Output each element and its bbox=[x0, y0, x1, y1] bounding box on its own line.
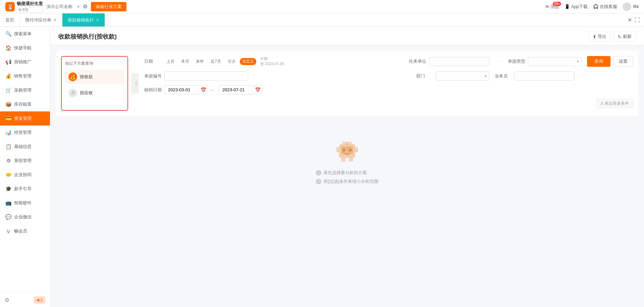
topbar-logo: 🐰 畅捷通好生意 标准版 bbox=[5, 1, 43, 13]
sidebar-item-search-menu[interactable]: 🔍 搜索菜单 bbox=[0, 27, 50, 41]
partner-input[interactable] bbox=[429, 57, 489, 66]
svg-rect-8 bbox=[349, 158, 353, 161]
svg-point-2 bbox=[342, 149, 345, 152]
sidebar-label-system: 系统管理 bbox=[14, 158, 32, 164]
tab-prepay-label: 预付冲应付单 bbox=[25, 17, 51, 23]
collapse-more-row: ⋀ 收起更多条件 bbox=[144, 99, 633, 111]
export-label: 导出 bbox=[598, 34, 606, 40]
calendar-start-icon[interactable]: 📅 bbox=[201, 87, 206, 93]
inventory-icon: 📦 bbox=[5, 101, 11, 107]
svg-rect-6 bbox=[355, 147, 358, 152]
date-no-limit: 不限 bbox=[260, 56, 284, 61]
filter-option-by-receivable[interactable]: ⏱ 按应收 bbox=[65, 86, 124, 100]
verify-date-start-wrapper: 📅 bbox=[164, 85, 206, 94]
calendar-end-icon[interactable]: 📅 bbox=[255, 87, 261, 93]
filter-option-by-receipt[interactable]: 💰 按收款 bbox=[65, 70, 124, 84]
user-profile[interactable]: Rit bbox=[623, 2, 639, 11]
service-label: 在线客服 bbox=[600, 4, 617, 10]
sidebar-item-wechat[interactable]: 💬 企业微信 bbox=[0, 210, 50, 224]
empty-state: 1 请先选择要分析的方案 2 用[过滤]条件来缩小分析范围 bbox=[56, 116, 639, 206]
sidebar-item-member[interactable]: V 畅会员 bbox=[0, 224, 50, 238]
shortcut-last-month[interactable]: 上月 bbox=[164, 58, 177, 65]
avatar bbox=[623, 2, 631, 11]
doc-no-label: 单据编号 bbox=[144, 73, 162, 79]
staff-more-icon[interactable]: ··· bbox=[577, 73, 588, 79]
svg-rect-4 bbox=[344, 154, 350, 155]
sidebar-label-operation: 经营管理 bbox=[14, 130, 32, 136]
settings-button[interactable]: 设置 bbox=[613, 56, 633, 67]
date-to-hint: 至 2023-07-26 bbox=[260, 61, 284, 66]
doc-type-select[interactable] bbox=[528, 57, 582, 66]
fund-icon: 💳 bbox=[5, 115, 11, 121]
staff-input[interactable] bbox=[514, 71, 575, 81]
doc-no-input[interactable] bbox=[164, 71, 248, 81]
export-icon: ⬆ bbox=[593, 34, 596, 39]
app-download-button[interactable]: 📱 App下载 bbox=[565, 4, 588, 10]
sidebar-item-enterprise[interactable]: 🤝 企业协同 bbox=[0, 168, 50, 182]
collapse-more-button[interactable]: ⋀ 收起更多条件 bbox=[596, 99, 633, 108]
sidebar-item-marketing[interactable]: 📢 营销推广 bbox=[0, 55, 50, 69]
online-service-button[interactable]: 🎧 在线客服 bbox=[593, 4, 617, 10]
sidebar-label-guide: 新手引导 bbox=[14, 186, 32, 192]
enterprise-icon: 🤝 bbox=[5, 172, 11, 178]
doc-type-field: 单据类型 bbox=[508, 57, 582, 66]
message-button[interactable]: ✉ 消息 99+ bbox=[545, 4, 559, 10]
receivable-option-icon: ⏱ bbox=[68, 89, 77, 97]
refresh-button[interactable]: ↻ 刷新 bbox=[613, 32, 636, 42]
logo-text: 畅捷通好生意 标准版 bbox=[17, 1, 43, 13]
tab-prepay-close-icon[interactable]: ✕ bbox=[53, 18, 57, 22]
dropdown-arrow-icon[interactable]: ▾ bbox=[77, 4, 79, 9]
shortcut-this-month[interactable]: 本月 bbox=[178, 58, 192, 65]
tab-collect-close-icon[interactable]: ✕ bbox=[96, 18, 99, 22]
dept-label: 部门 bbox=[416, 73, 433, 79]
shortcut-7days[interactable]: 近7天 bbox=[208, 58, 224, 65]
export-button[interactable]: ⬆ 导出 bbox=[588, 32, 611, 42]
main-layout: 🔍 搜索菜单 🏠 快捷导航 📢 营销推广 💰 销售管理 🛒 采购管理 📦 库存核… bbox=[0, 27, 644, 307]
solution-button[interactable]: 体验行业方案 bbox=[91, 2, 126, 11]
receipt-option-icon: 💰 bbox=[68, 72, 77, 81]
filter-form: 日期 上月 本月 本年 近7天 更多 自定义 bbox=[144, 56, 633, 111]
tab-home[interactable]: 首页 bbox=[0, 13, 20, 27]
sidebar-item-inventory[interactable]: 📦 库存核算 bbox=[0, 97, 50, 111]
sidebar-item-hardware[interactable]: 📺 智能硬件 bbox=[0, 196, 50, 210]
sidebar-item-quick-nav[interactable]: 🏠 快捷导航 bbox=[0, 41, 50, 55]
settings-icon[interactable]: ⚙ bbox=[83, 3, 88, 10]
empty-text: 1 请先选择要分析的方案 2 用[过滤]条件来缩小分析范围 bbox=[316, 168, 378, 186]
filter-row-2: 单据编号 部门 bbox=[144, 71, 633, 81]
sidebar-label-fund: 资金管理 bbox=[14, 115, 32, 121]
shortcut-more[interactable]: 更多 bbox=[225, 58, 238, 65]
sidebar-settings-icon[interactable]: ⚙ bbox=[5, 297, 9, 303]
collapse-scheme-button[interactable]: 《 bbox=[131, 73, 139, 94]
marketing-icon: 📢 bbox=[5, 59, 11, 65]
maximize-tab-button[interactable]: ⛶ bbox=[635, 17, 640, 23]
tab-collect[interactable]: 收款核销执行 ✕ bbox=[62, 13, 105, 27]
sidebar-item-basic[interactable]: 📋 基础信息 bbox=[0, 140, 50, 154]
sidebar-label-hardware: 智能硬件 bbox=[14, 200, 32, 206]
query-button[interactable]: 查询 bbox=[587, 56, 610, 67]
sidebar-item-sales[interactable]: 💰 销售管理 bbox=[0, 69, 50, 83]
dept-select[interactable] bbox=[436, 71, 489, 81]
logo-badge: 标准版 bbox=[17, 7, 43, 13]
tab-prepay[interactable]: 预付冲应付单 ✕ bbox=[20, 13, 62, 27]
sidebar-item-system[interactable]: ⚙ 系统管理 bbox=[0, 154, 50, 168]
home-icon: 🏠 bbox=[5, 45, 11, 51]
topbar-company: 演示公司名称 bbox=[46, 4, 72, 10]
sidebar-item-fund[interactable]: 💳 资金管理 bbox=[0, 111, 50, 125]
receivable-option-label: 按应收 bbox=[80, 90, 93, 96]
date-custom-tag: 自定义 bbox=[240, 58, 256, 65]
sidebar-collapse-button[interactable]: ◀ || bbox=[34, 296, 45, 304]
dept-field: 部门 bbox=[416, 71, 489, 81]
close-tab-button[interactable]: ✕ bbox=[628, 17, 632, 23]
message-badge: 99+ bbox=[553, 2, 561, 6]
topbar-right: ✉ 消息 99+ 📱 App下载 🎧 在线客服 Rit bbox=[545, 2, 639, 11]
sidebar-item-guide[interactable]: 🎓 新手引导 bbox=[0, 182, 50, 196]
sidebar-item-operation[interactable]: 📊 经营管理 bbox=[0, 125, 50, 140]
verify-date-field: 核销日期 📅 — 📅 bbox=[144, 85, 261, 94]
purchase-icon: 🛒 bbox=[5, 87, 11, 93]
shortcut-this-year[interactable]: 本年 bbox=[193, 58, 207, 65]
date-field: 日期 上月 本月 本年 近7天 更多 自定义 bbox=[144, 56, 284, 66]
partner-more-icon[interactable]: ··· bbox=[492, 58, 502, 64]
sidebar-item-purchase[interactable]: 🛒 采购管理 bbox=[0, 83, 50, 97]
sidebar-label-marketing: 营销推广 bbox=[14, 59, 32, 65]
search-icon: 🔍 bbox=[5, 31, 11, 37]
